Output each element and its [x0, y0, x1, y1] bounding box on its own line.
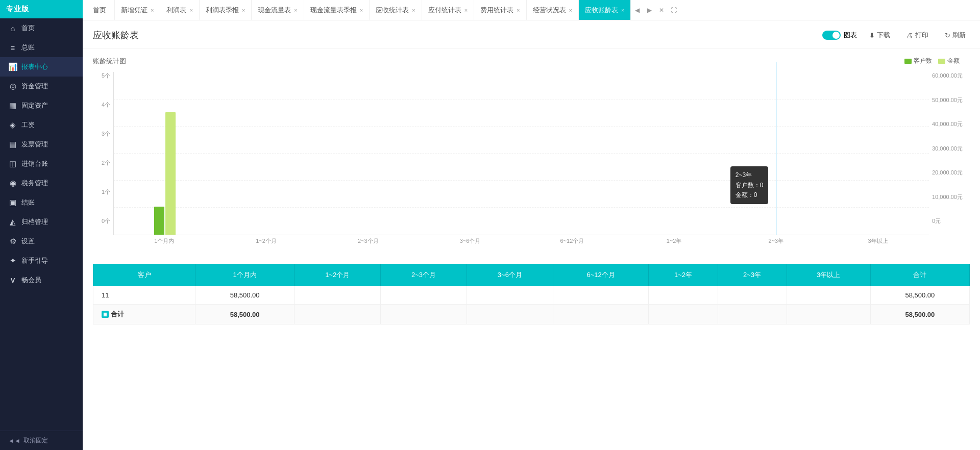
legend-customer: 客户数	[904, 57, 932, 65]
total-icon: ▣	[102, 311, 109, 318]
bar-group-36month	[420, 72, 522, 235]
x-label-612month: 6~12个月	[521, 237, 623, 245]
tab-close-receivable-aging[interactable]: ×	[621, 7, 624, 13]
tab-close-voucher[interactable]: ×	[151, 7, 154, 13]
sidebar-item-label: 畅会员	[21, 276, 41, 285]
th-customer: 客户	[93, 264, 195, 286]
download-btn[interactable]: ⬇ 下载	[865, 29, 894, 42]
content-area: 应收账龄表 图表 ⬇ 下载 🖨 打印 ↻ 刷新	[83, 20, 980, 450]
chart-toggle[interactable]: 图表	[822, 31, 857, 40]
tooltip-period: 2~3年	[736, 170, 764, 180]
sidebar-item-salary[interactable]: ◈ 工资	[0, 115, 83, 135]
tab-close-cashflow[interactable]: ×	[294, 7, 297, 13]
total-36month	[467, 305, 553, 324]
tab-cashflow[interactable]: 现金流量表 ×	[252, 0, 304, 20]
x-label-36month: 3~6个月	[419, 237, 521, 245]
tab-home[interactable]: 首页	[85, 0, 115, 20]
funds-icon: ◎	[8, 82, 17, 91]
refresh-btn[interactable]: ↻ 刷新	[941, 29, 970, 42]
sidebar-item-sales[interactable]: ◫ 进销台账	[0, 154, 83, 173]
tab-nav-prev[interactable]: ◀	[631, 0, 643, 20]
tab-close-cashflow-quarterly[interactable]: ×	[360, 7, 363, 13]
chart-title: 账龄统计图	[93, 57, 970, 66]
tab-voucher[interactable]: 新增凭证 ×	[115, 0, 160, 20]
tab-close-receivable-stat[interactable]: ×	[412, 7, 415, 13]
tab-cashflow-quarterly[interactable]: 现金流量表季报 ×	[304, 0, 370, 20]
guide-icon: ✦	[8, 256, 17, 265]
legend-amount-color	[938, 59, 945, 64]
tab-close-expense-stat[interactable]: ×	[517, 7, 520, 13]
y-right-label: 0元	[932, 217, 941, 225]
table-header-row: 客户 1个月内 1~2个月 2~3个月 3~6个月 6~12个月 1~2年 2~…	[93, 264, 970, 286]
x-label-12year: 1~2年	[623, 237, 725, 245]
tab-payable-stat[interactable]: 应付统计表 ×	[422, 0, 474, 20]
chart-container: 5个 4个 3个 2个 1个 0个	[93, 72, 970, 256]
chart-tooltip: 2~3年 客户数：0 金额：0	[730, 166, 769, 204]
tab-close-profit-quarterly[interactable]: ×	[242, 7, 245, 13]
y-right-label: 30,000.00元	[932, 145, 963, 153]
x-label-12month: 1~2个月	[215, 237, 317, 245]
tab-close-profit[interactable]: ×	[189, 7, 192, 13]
vip-icon: V	[8, 277, 17, 284]
th-total: 合计	[870, 264, 969, 286]
tab-close-operation-stat[interactable]: ×	[569, 7, 572, 13]
print-icon: 🖨	[906, 32, 913, 39]
assets-icon: ▦	[8, 101, 17, 110]
cell-3plusyear	[787, 286, 870, 305]
sidebar-item-archive[interactable]: ◭ 归档管理	[0, 212, 83, 232]
tab-expense-stat[interactable]: 费用统计表 ×	[474, 0, 526, 20]
tab-receivable-stat[interactable]: 应收统计表 ×	[370, 0, 422, 20]
sidebar-item-settings[interactable]: ⚙ 设置	[0, 232, 83, 251]
reports-icon: 📊	[8, 62, 17, 71]
tab-profit[interactable]: 利润表 ×	[160, 0, 199, 20]
y-right-label: 60,000.00元	[932, 72, 963, 80]
bar-group-12year	[623, 72, 725, 235]
sidebar-item-invoice[interactable]: ▤ 发票管理	[0, 135, 83, 154]
total-label-container: ▣ 合计	[102, 310, 191, 319]
page-header: 应收账龄表 图表 ⬇ 下载 🖨 打印 ↻ 刷新	[83, 20, 980, 48]
cell-23year	[718, 286, 787, 305]
download-icon: ⬇	[869, 32, 875, 39]
total-12month	[295, 305, 381, 324]
tab-close-all[interactable]: ✕	[655, 0, 668, 20]
cell-total: 58,500.00	[870, 286, 969, 305]
toggle-switch-control[interactable]	[822, 31, 841, 40]
y-label: 5个	[102, 72, 110, 80]
table-section: 客户 1个月内 1~2个月 2~3个月 3~6个月 6~12个月 1~2年 2~…	[83, 264, 980, 335]
sidebar-item-ledger[interactable]: ≡ 总账	[0, 38, 83, 57]
home-icon: ⌂	[8, 24, 17, 33]
sidebar-item-tax[interactable]: ◉ 税务管理	[0, 173, 83, 193]
tab-operation-stat[interactable]: 经营状况表 ×	[527, 0, 579, 20]
sidebar-item-label: 首页	[21, 23, 35, 33]
th-12month: 1~2个月	[295, 264, 381, 286]
sidebar-item-label: 归档管理	[21, 217, 48, 227]
closing-icon: ▣	[8, 198, 17, 207]
print-btn[interactable]: 🖨 打印	[902, 29, 933, 42]
table-row: 11 58,500.00 58,500.00	[93, 286, 970, 305]
cell-12year	[649, 286, 718, 305]
archive-icon: ◭	[8, 217, 17, 227]
x-label-3plusyear: 3年以上	[827, 237, 929, 245]
legend-customer-color	[904, 59, 912, 64]
sidebar-logo: 专业版	[0, 0, 83, 18]
bar-group-12month	[216, 72, 318, 235]
sidebar-item-home[interactable]: ⌂ 首页	[0, 18, 83, 38]
tab-close-payable-stat[interactable]: ×	[464, 7, 468, 13]
sidebar-item-assets[interactable]: ▦ 固定资产	[0, 96, 83, 115]
bar-group-23month	[317, 72, 420, 235]
sidebar-item-funds[interactable]: ◎ 资金管理	[0, 77, 83, 96]
sidebar-item-reports[interactable]: 📊 报表中心	[0, 57, 83, 77]
tab-profit-quarterly[interactable]: 利润表季报 ×	[200, 0, 252, 20]
sidebar-collapse[interactable]: ◄◄ 取消固定	[0, 431, 83, 450]
total-sum: 58,500.00	[870, 305, 969, 324]
sidebar-item-label: 发票管理	[21, 140, 48, 149]
th-612month: 6~12个月	[553, 264, 649, 286]
tab-receivable-aging[interactable]: 应收账龄表 ×	[579, 0, 631, 20]
tab-maximize[interactable]: ⛶	[668, 0, 680, 20]
bar-group-612month	[522, 72, 624, 235]
sidebar-item-vip[interactable]: V 畅会员	[0, 270, 83, 290]
sidebar-item-closing[interactable]: ▣ 结账	[0, 193, 83, 212]
x-label-23year: 2~3年	[725, 237, 827, 245]
tab-nav-next[interactable]: ▶	[643, 0, 655, 20]
sidebar-item-guide[interactable]: ✦ 新手引导	[0, 251, 83, 270]
